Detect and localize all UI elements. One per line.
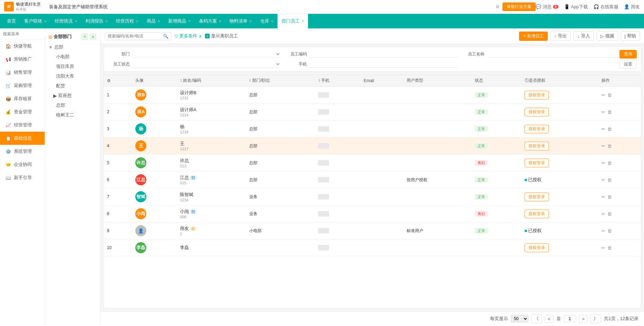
col-name[interactable]: ↕ 姓名/编码 — [176, 75, 245, 87]
delete-icon-8[interactable]: 🗑 — [607, 228, 612, 234]
auth-btn-7[interactable]: 授权登录 — [525, 210, 549, 218]
import-button[interactable]: ↓ 导入 — [573, 31, 594, 41]
dept-item-shuangzuo[interactable]: ▶ 双座想 — [48, 91, 100, 100]
help-button[interactable]: | 帮助 — [621, 31, 640, 41]
next-page-btn[interactable]: > — [579, 315, 588, 323]
first-page-btn[interactable]: 《 — [531, 314, 542, 323]
edit-icon-3[interactable]: ✏ — [601, 143, 605, 149]
sidebar-item-purchase[interactable]: 🛒采购管理 — [0, 79, 45, 92]
per-page-select[interactable]: 50 20 100 — [511, 315, 528, 323]
nav-tab-经营历程[interactable]: 经营历程× — [112, 14, 142, 28]
col-settings[interactable]: ⚙ — [103, 75, 132, 87]
sidebar-search-bar[interactable]: 🔍 — [0, 28, 45, 39]
dept-item-zhishu[interactable]: 植树王二 — [48, 110, 100, 120]
edit-icon-5[interactable]: ✏ — [601, 177, 605, 183]
edit-icon-1[interactable]: ✏ — [601, 109, 605, 115]
nav-tab-条码方案[interactable]: 条码方案× — [195, 14, 225, 28]
show-inactive-toggle[interactable]: ✓ 显示离职员工 — [205, 33, 238, 39]
sidebar-item-marketing[interactable]: 📢营销推广 — [0, 53, 45, 66]
nav-tab-部门员工[interactable]: 部门员工× — [278, 14, 308, 28]
edit-icon-4[interactable]: ✏ — [601, 160, 605, 166]
user-button[interactable]: 👤 用友 — [624, 4, 640, 10]
edit-icon-6[interactable]: ✏ — [601, 194, 605, 200]
edit-icon-7[interactable]: ✏ — [601, 211, 605, 217]
sidebar-item-basic-info[interactable]: 📋基础信息 — [0, 132, 45, 145]
delete-icon-6[interactable]: 🗑 — [607, 194, 612, 200]
dept-add-btn[interactable]: + — [81, 33, 88, 40]
filter-phone-input[interactable] — [310, 61, 458, 68]
auth-btn-1[interactable]: 授权登录 — [525, 108, 549, 116]
edit-icon-8[interactable]: ✏ — [601, 228, 605, 234]
edit-icon-0[interactable]: ✏ — [601, 92, 605, 98]
nav-tab-物料清单[interactable]: 物料清单× — [225, 14, 256, 28]
sidebar-item-operation[interactable]: 📈经营管理 — [0, 118, 45, 132]
edit-icon-9[interactable]: ✏ — [601, 245, 605, 250]
sidebar-item-finance[interactable]: 💰资金管理 — [0, 105, 45, 118]
tab-close-物料清单[interactable]: × — [250, 19, 252, 23]
nav-tab-首页[interactable]: 首页 — [3, 14, 20, 28]
dept-collapse-btn[interactable]: « — [90, 33, 97, 40]
export-button[interactable]: ↑ 导出 — [551, 31, 571, 41]
add-employee-button[interactable]: + 新增员工 — [519, 32, 547, 41]
tab-close-条码方案[interactable]: × — [219, 19, 221, 23]
filter-search-button[interactable]: 查询 — [619, 50, 637, 59]
search-input-wrap[interactable]: 🔍 — [105, 32, 172, 40]
delete-icon-4[interactable]: 🗑 — [607, 160, 612, 166]
auth-btn-6[interactable]: 授权登录 — [525, 193, 549, 201]
dept-item-xiaodian[interactable]: 小电部 — [48, 52, 100, 62]
trial-button[interactable]: 体验行业方案 — [502, 2, 536, 11]
delete-icon-7[interactable]: 🗑 — [607, 211, 612, 217]
tab-close-商品[interactable]: × — [158, 19, 160, 23]
tab-close-部门员工[interactable]: × — [302, 19, 304, 23]
page-number-input[interactable] — [564, 315, 576, 322]
tab-close-经营情况[interactable]: × — [75, 19, 77, 23]
delete-icon-9[interactable]: 🗑 — [607, 245, 612, 250]
more-filter-btn[interactable]: ▽ 更多条件 ∧ — [174, 33, 202, 39]
auth-btn-2[interactable]: 授权登录 — [525, 125, 549, 133]
sidebar-item-guide[interactable]: 📖新手引导 — [0, 171, 45, 184]
tab-close-新增商品[interactable]: × — [188, 19, 190, 23]
nav-tab-仓库[interactable]: 仓库× — [256, 14, 278, 28]
last-page-btn[interactable]: 》 — [590, 314, 601, 323]
message-button[interactable]: 💬 消息 6 — [536, 4, 559, 10]
dept-item-zongbu[interactable]: 总部 — [48, 100, 100, 110]
dept-item-peihuo[interactable]: 配货 — [48, 81, 100, 91]
filter-reset-button[interactable]: 设置 — [619, 60, 637, 69]
online-service-button[interactable]: 🎧 在线客服 — [593, 4, 618, 10]
sidebar-item-stock[interactable]: 📦库存核算 — [0, 92, 45, 105]
filter-dept-select[interactable] — [133, 51, 281, 58]
show-inactive-checkbox[interactable]: ✓ — [205, 34, 210, 38]
nav-tab-利润报告[interactable]: 利润报告× — [81, 14, 112, 28]
tab-close-经营历程[interactable]: × — [136, 19, 138, 23]
nav-tab-商品[interactable]: 商品× — [143, 14, 164, 28]
filter-status-select[interactable] — [133, 61, 281, 68]
auth-btn-9[interactable]: 授权登录 — [525, 244, 549, 252]
dept-item-shenyang[interactable]: 沈阳大库 — [48, 71, 100, 81]
delete-icon-5[interactable]: 🗑 — [607, 177, 612, 183]
edit-icon-2[interactable]: ✏ — [601, 126, 605, 132]
sidebar-item-system[interactable]: ⚙️系统管理 — [0, 145, 45, 158]
auth-btn-0[interactable]: 授权登录 — [525, 91, 549, 99]
video-button[interactable]: ▷ 视频 — [597, 31, 618, 41]
delete-icon-0[interactable]: 🗑 — [607, 92, 612, 98]
filter-emp-name-input[interactable] — [487, 51, 635, 58]
dept-item-project[interactable]: 项目库房 — [48, 62, 100, 71]
filter-emp-code-input[interactable] — [310, 51, 458, 58]
delete-icon-1[interactable]: 🗑 — [607, 109, 612, 115]
sidebar-item-quick-nav[interactable]: 🏠快捷导航 — [0, 39, 45, 53]
sidebar-item-sales[interactable]: 📊销售管理 — [0, 66, 45, 79]
prev-page-btn[interactable]: < — [545, 315, 554, 323]
settings-icon[interactable]: ⚙ — [496, 4, 500, 9]
auth-btn-4[interactable]: 授权登录 — [525, 159, 549, 167]
search-input[interactable] — [108, 34, 163, 38]
nav-tab-新增商品[interactable]: 新增商品× — [164, 14, 194, 28]
tab-close-利润报告[interactable]: × — [106, 19, 108, 23]
auth-btn-3[interactable]: 授权登录 — [525, 142, 549, 150]
col-dept[interactable]: ↕ 部门/职位 — [246, 75, 315, 87]
tab-close-仓库[interactable]: × — [271, 19, 273, 23]
nav-tab-经营情况[interactable]: 经营情况× — [51, 14, 81, 28]
tab-close-客户联络[interactable]: × — [44, 19, 46, 23]
app-download-button[interactable]: 📱 App下载 — [564, 4, 588, 10]
delete-icon-3[interactable]: 🗑 — [607, 143, 612, 149]
delete-icon-2[interactable]: 🗑 — [607, 126, 612, 132]
